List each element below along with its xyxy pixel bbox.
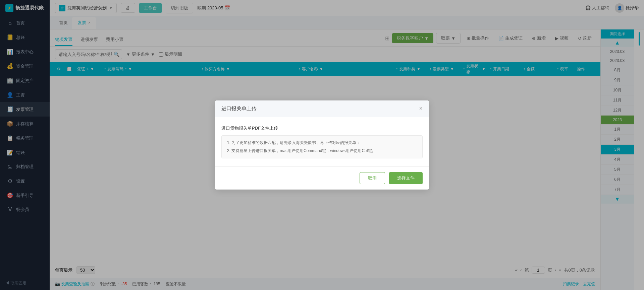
modal-title: 进口报关单上传 — [221, 105, 257, 112]
modal-footer: 取消 选择文件 — [215, 166, 429, 190]
modal-close-button[interactable]: × — [419, 105, 423, 112]
modal-header: 进口报关单上传 × — [215, 100, 429, 117]
modal-info-item-1: 1. 为了更加精准的数据匹配，请先录入海关缴款书，再上传对应的报关单； — [227, 140, 417, 146]
modal-cancel-button[interactable]: 取消 — [360, 172, 385, 184]
modal-section-title: 进口货物报关单PDF文件上传 — [221, 125, 423, 131]
modal-info-box: 1. 为了更加精准的数据匹配，请先录入海关缴款书，再上传对应的报关单； 2. 支… — [221, 135, 423, 158]
import-modal: 进口报关单上传 × 进口货物报关单PDF文件上传 1. 为了更加精准的数据匹配，… — [215, 100, 429, 189]
modal-overlay[interactable]: 进口报关单上传 × 进口货物报关单PDF文件上传 1. 为了更加精准的数据匹配，… — [0, 0, 644, 290]
modal-info-item-2: 2. 支持批量上传进口报关单，mac用户使用Command键，windows用户… — [227, 148, 417, 154]
modal-body: 进口货物报关单PDF文件上传 1. 为了更加精准的数据匹配，请先录入海关缴款书，… — [215, 117, 429, 166]
modal-select-file-button[interactable]: 选择文件 — [389, 172, 423, 184]
